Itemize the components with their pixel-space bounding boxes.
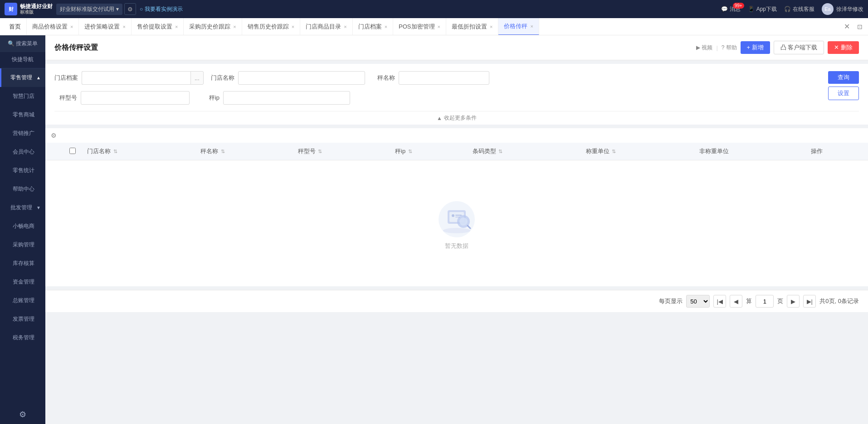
close-icon[interactable]: × [385, 24, 387, 29]
pagination-bar: 每页显示 50 10 20 100 |◀ ◀ 算 页 ▶ ▶| 共0页, 0条记… [45, 290, 868, 312]
username-label: 徐泽华修改 [836, 5, 863, 13]
sidebar-item-general-ledger[interactable]: 总账管理 [0, 291, 45, 310]
col-header-barcode-type: 条码类型 ⇅ [467, 143, 580, 160]
tab-purchase-strategy[interactable]: 进价策略设置 × [79, 18, 131, 35]
sidebar-item-smart-store[interactable]: 智慧门店 [0, 87, 45, 106]
add-button[interactable]: + 新增 [741, 41, 770, 54]
scale-ip-input[interactable] [223, 91, 350, 105]
tab-store-archive[interactable]: 门店档案 × [353, 18, 393, 35]
close-icon[interactable]: × [344, 24, 346, 29]
store-name-input[interactable] [238, 71, 365, 85]
col-header-scale-name: 秤名称 ⇅ [195, 143, 292, 160]
sidebar-item-retail-mall[interactable]: 零售商城 [0, 106, 45, 124]
close-icon[interactable]: × [438, 24, 440, 29]
version-selector[interactable]: 好业财标准版交付试用 ▾ [56, 4, 122, 15]
close-icon[interactable]: × [175, 24, 178, 29]
online-service-button[interactable]: 🎧 在线客服 [784, 5, 814, 13]
sidebar-item-marketing[interactable]: 营销推广 [0, 124, 45, 143]
page-word: 算 [746, 297, 752, 305]
search-form: 门店档案 ... 门店名称 秤名称 [45, 64, 868, 125]
sidebar-item-wholesale-manage[interactable]: 批发管理 ▼ [0, 198, 45, 217]
play-icon: ▶ [696, 44, 700, 51]
page-size-select[interactable]: 50 10 20 100 [686, 295, 710, 308]
close-icon[interactable]: × [292, 24, 294, 29]
tab-purchase-history[interactable]: 采购历史价跟踪 × [184, 18, 242, 35]
col-header-action: 操作 [805, 143, 868, 160]
svg-point-5 [459, 217, 468, 226]
tab-store-catalog[interactable]: 门店商品目录 × [300, 18, 352, 35]
prev-page-button[interactable]: ◀ [730, 295, 742, 308]
sidebar-quick-nav[interactable]: 快捷导航 [0, 52, 45, 68]
app-download-button[interactable]: 📱 App下载 [748, 5, 777, 13]
download-button[interactable]: 凸 客户端下载 [774, 41, 824, 54]
first-page-button[interactable]: |◀ [713, 295, 726, 308]
scale-name-input[interactable] [399, 71, 489, 85]
close-icon[interactable]: × [70, 24, 73, 29]
close-all-button[interactable]: ✕ [842, 22, 852, 31]
col-header-scale-ip: 秤ip ⇅ [390, 143, 467, 160]
empty-state: 暂无数据 [45, 160, 868, 286]
tab-sale-history[interactable]: 销售历史价跟踪 × [242, 18, 300, 35]
tab-sale-extract[interactable]: 售价提取设置 × [132, 18, 184, 35]
delete-button[interactable]: ✕ 删除 [828, 41, 859, 54]
scale-model-input[interactable] [81, 91, 190, 105]
settings-button[interactable]: ⚙ [124, 3, 136, 15]
sidebar-search[interactable]: 🔍 搜索菜单 [0, 35, 45, 52]
video-link[interactable]: ▶ 视频 [696, 44, 712, 52]
close-icon[interactable]: × [233, 24, 236, 29]
store-archive-label: 门店档案 [54, 74, 78, 82]
user-menu[interactable]: Ea 徐泽华修改 [822, 3, 863, 15]
close-icon[interactable]: × [122, 24, 125, 29]
demo-link[interactable]: ○ 我要看实例演示 [140, 5, 183, 13]
next-page-button[interactable]: ▶ [787, 295, 800, 308]
gear-icon[interactable]: ⚙ [19, 410, 26, 419]
store-archive-field: 门店档案 ... [54, 71, 204, 85]
sidebar-item-invoice-manage[interactable]: 发票管理 [0, 310, 45, 328]
ellipsis-button[interactable]: ... [190, 71, 204, 85]
form-row-2: 秤型号 秤ip [54, 91, 823, 105]
collapse-bar[interactable]: ▲ 收起更多条件 [54, 111, 859, 125]
empty-text: 暂无数据 [445, 242, 468, 250]
tab-home[interactable]: 首页 [4, 18, 27, 35]
sidebar-item-tax-manage[interactable]: 税务管理 [0, 328, 45, 347]
last-page-button[interactable]: ▶| [803, 295, 816, 308]
sidebar-item-purchase-manage[interactable]: 采购管理 [0, 236, 45, 254]
svg-rect-9 [455, 217, 460, 217]
sidebar-item-xiaochang-ecom[interactable]: 小畅电商 [0, 217, 45, 236]
expand-button[interactable]: ⊡ [855, 23, 864, 30]
sidebar-item-help-center[interactable]: 帮助中心 [0, 180, 45, 198]
total-label: 共0页, 0条记录 [819, 297, 859, 305]
sort-icon: ⇅ [498, 149, 502, 154]
sidebar-item-finance-manage[interactable]: 资金管理 [0, 273, 45, 291]
tab-pos-manage[interactable]: POS加密管理 × [393, 18, 446, 35]
arrow-icon: ▲ [36, 75, 41, 80]
close-icon[interactable]: × [530, 24, 533, 29]
sidebar-item-retail-manage[interactable]: 零售管理 ▲ [0, 68, 45, 87]
query-button[interactable]: 查询 [828, 71, 859, 84]
app-version: 标准版 [20, 10, 53, 15]
collapse-icon: ▲ [437, 115, 442, 121]
set-button[interactable]: 设置 [828, 87, 859, 100]
tab-price-scale[interactable]: 价格传秤 × [498, 18, 539, 35]
store-name-field: 门店名称 [211, 71, 365, 85]
sort-icon: ⇅ [113, 149, 117, 154]
page-actions: ▶ 视频 | ? 帮助 + 新增 凸 客户端下载 ✕ 删除 [696, 41, 859, 54]
sort-icon: ⇅ [408, 149, 412, 154]
sidebar: 🔍 搜索菜单 快捷导航 零售管理 ▲ 智慧门店 零售商城 营销推广 会员中心 零… [0, 35, 45, 424]
sidebar-item-retail-stats[interactable]: 零售统计 [0, 161, 45, 180]
message-badge: 99+ [733, 3, 744, 9]
store-archive-input[interactable] [82, 71, 190, 85]
sidebar-item-stock-check[interactable]: 库存核算 [0, 254, 45, 273]
table-gear-icon[interactable]: ⚙ [51, 132, 57, 139]
tab-price-settings[interactable]: 商品价格设置 × [27, 18, 79, 35]
col-header-weight-unit: 称重单位 ⇅ [580, 143, 694, 160]
selector-bar: 好业财标准版交付试用 ▾ ⚙ [56, 3, 136, 15]
close-icon[interactable]: × [490, 24, 493, 29]
tab-min-discount[interactable]: 最低折扣设置 × [446, 18, 498, 35]
message-button[interactable]: 💬 消息 99+ [721, 5, 741, 13]
page-input[interactable] [756, 295, 774, 308]
sidebar-item-member-center[interactable]: 会员中心 [0, 143, 45, 161]
top-bar-right: 💬 消息 99+ 📱 App下载 🎧 在线客服 Ea 徐泽华修改 [721, 3, 863, 15]
select-all-checkbox[interactable] [69, 148, 76, 154]
help-link[interactable]: ? 帮助 [722, 44, 737, 52]
